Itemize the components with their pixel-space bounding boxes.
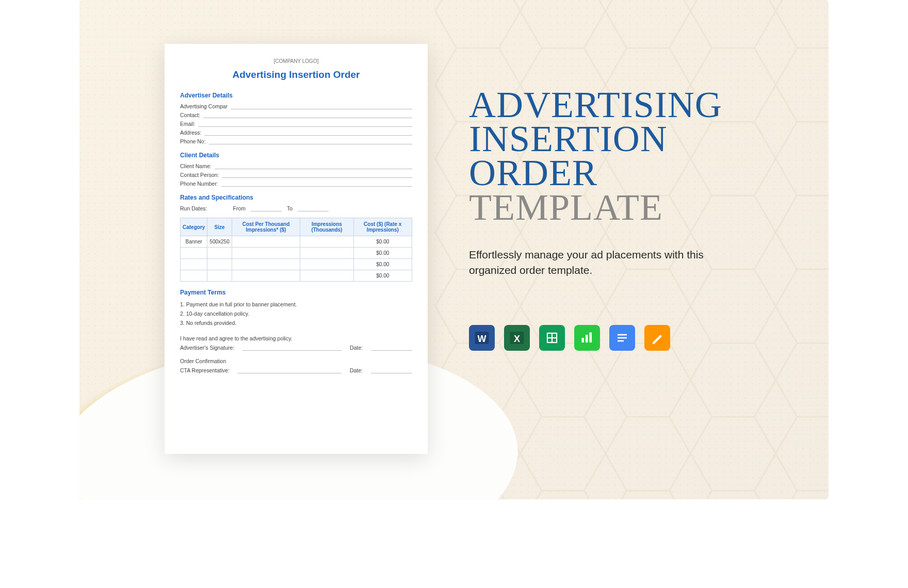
client-details-heading: Client Details (180, 152, 412, 159)
promo-subtitle: Effortlessly manage your ad placements w… (469, 247, 737, 279)
agreement-text: I have read and agree to the advertising… (180, 335, 412, 341)
promo-title: ADVERTISING INSERTION ORDER TEMPLATE (469, 88, 829, 224)
field-row: Contact Person: (180, 172, 412, 178)
svg-text:W: W (478, 333, 487, 344)
table-row: $0.00 (181, 259, 412, 270)
order-confirmation-label: Order Confirmation (180, 358, 412, 364)
rates-table: Category Size Cost Per Thousand Impressi… (180, 218, 412, 282)
promo-panel: ADVERTISING INSERTION ORDER TEMPLATE Eff… (428, 0, 829, 499)
field-row: Email: (180, 121, 412, 127)
table-row: $0.00 (181, 270, 412, 282)
template-preview-card: [COMPANY LOGO] Advertising Insertion Ord… (79, 0, 829, 499)
excel-icon: X (504, 325, 530, 351)
rates-heading: Rates and Specifications (180, 194, 412, 201)
svg-rect-10 (586, 335, 588, 342)
svg-rect-9 (582, 338, 585, 342)
field-row: Phone Number: (180, 181, 412, 187)
advertiser-signature-row: Advertiser's Signature: Date: (180, 345, 412, 351)
company-logo-placeholder: [COMPANY LOGO] (180, 58, 412, 64)
field-row: Advertising Compar (180, 103, 412, 109)
numbers-icon (574, 325, 600, 351)
run-dates-row: Run Dates: From To (180, 205, 412, 211)
svg-text:X: X (514, 333, 520, 344)
field-row: Address: (180, 129, 412, 136)
field-row: Contact: (180, 112, 412, 118)
sheets-icon (539, 325, 565, 351)
field-row: Phone No: (180, 138, 412, 144)
advertiser-details-heading: Advertiser Details (180, 92, 412, 99)
pages-icon (644, 325, 670, 351)
docs-icon (609, 325, 635, 351)
document-title: Advertising Insertion Order (180, 69, 412, 80)
svg-rect-11 (590, 332, 592, 342)
table-row: $0.00 (181, 248, 412, 259)
table-row: Banner500x250$0.00 (181, 236, 412, 248)
document-preview: [COMPANY LOGO] Advertising Insertion Ord… (165, 44, 428, 454)
word-icon: W (469, 325, 495, 351)
payment-terms-heading: Payment Terms (180, 289, 412, 296)
field-row: Client Name: (180, 163, 412, 169)
format-icons-row: W X (469, 325, 829, 351)
cta-rep-signature-row: CTA Representative: Date: (180, 367, 412, 373)
payment-terms-list: 1. Payment due in full prior to banner p… (180, 300, 412, 328)
